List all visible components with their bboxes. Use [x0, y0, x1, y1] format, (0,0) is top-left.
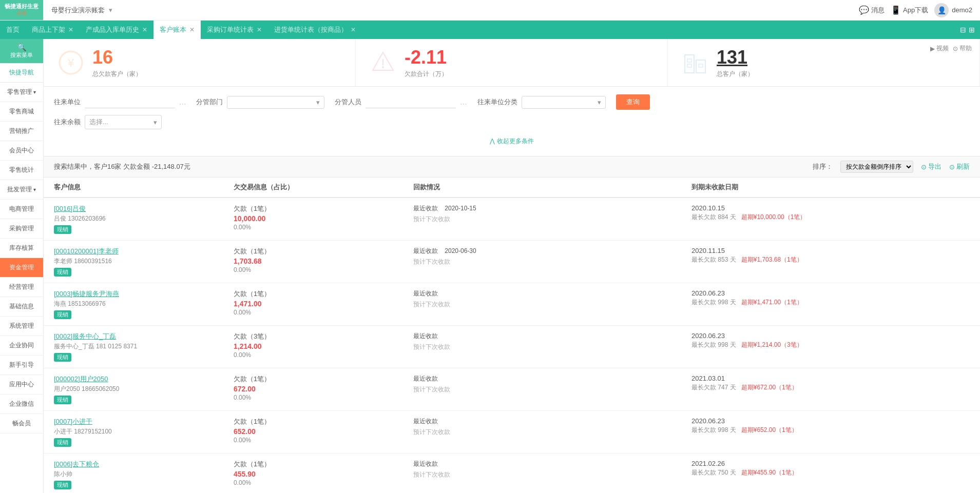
tab-customer-account[interactable]: 客户账本 ✕ — [153, 21, 201, 39]
customer-name[interactable]: [0003]畅捷服务尹海燕 — [54, 289, 234, 299]
sidebar-item-ecommerce[interactable]: 电商管理 — [0, 200, 43, 219]
overdue-amount[interactable]: 超期¥10,000.00（1笔） — [741, 213, 806, 221]
tab-purchase-order[interactable]: 采购订单统计表 ✕ — [201, 21, 268, 39]
person-dots[interactable]: ... — [460, 97, 467, 107]
video-link[interactable]: ▶ 视频 — [930, 44, 949, 53]
message-icon[interactable]: 💬 消息 — [859, 5, 885, 15]
overdue-amount[interactable]: 超期¥1,214.00（3笔） — [741, 341, 803, 348]
sidebar-item-retail-stats[interactable]: 零售统计 — [0, 161, 43, 180]
results-summary: 搜索结果中，客户16家 欠款金额 -21,148.07元 — [54, 162, 190, 171]
search-button[interactable]: 查询 — [616, 94, 650, 110]
customer-name[interactable]: [0006]去下粮仓 — [54, 460, 234, 469]
filter-balance: 往来余额 选择... ▾ — [54, 115, 162, 129]
debt-count: 欠款（1笔） — [234, 417, 413, 426]
customer-contact: 李老师 18600391516 — [54, 257, 234, 266]
col-header-overdue: 到期未收款日期 — [691, 183, 970, 192]
sidebar-item-newbie[interactable]: 新手引导 — [0, 356, 43, 375]
sidebar-item-batch-manage[interactable]: 批发管理 ▾ — [0, 180, 43, 200]
top-right-actions: 💬 消息 📱 App下载 👤 demo2 — [859, 3, 980, 17]
debt-count: 欠款（3笔） — [234, 332, 413, 341]
tab-home[interactable]: 首页 — [0, 21, 26, 39]
customer-name[interactable]: [0016]吕俊 — [54, 204, 234, 213]
tab-close-icon[interactable]: ✕ — [189, 26, 195, 33]
overdue-days: 最长欠款 884 天 超期¥10,000.00（1笔） — [691, 213, 970, 222]
overdue-amount[interactable]: 超期¥455.90（1笔） — [741, 469, 798, 476]
person-input[interactable] — [366, 96, 456, 108]
customer-info-cell: [0007]小进干 小进干 18279152100 现销 — [54, 417, 234, 447]
overdue-cell: 2020.10.15 最长欠款 884 天 超期¥10,000.00（1笔） — [691, 204, 970, 222]
tab-close-icon[interactable]: ✕ — [68, 26, 73, 33]
customer-name[interactable]: [0002]服务中心_丁磊 — [54, 332, 234, 341]
customer-info-cell: [000002]用户2050 用户2050 18665062050 现销 — [54, 374, 234, 404]
tab-product-list[interactable]: 商品上下架 ✕ — [26, 21, 80, 39]
sidebar-item-purchase[interactable]: 采购管理 — [0, 219, 43, 239]
sidebar-item-capital[interactable]: 资金管理 — [0, 258, 43, 278]
overdue-cell: 2020.11.15 最长欠款 853 天 超期¥1,703.68（1笔） — [691, 247, 970, 264]
customer-tag: 现销 — [54, 481, 71, 489]
dropdown-arrow-icon[interactable]: ▾ — [109, 6, 112, 14]
customer-name[interactable]: [0007]小进干 — [54, 417, 234, 426]
brand-sub: 示范 — [16, 10, 27, 17]
debt-percent: 0.00% — [234, 437, 413, 444]
sidebar-item-system[interactable]: 系统管理 — [0, 317, 43, 336]
question-icon: ⊙ — [953, 45, 958, 52]
unit-category-select[interactable]: ▾ — [522, 96, 606, 109]
sidebar-item-app-center[interactable]: 应用中心 — [0, 375, 43, 395]
overdue-amount[interactable]: 超期¥672.00（1笔） — [741, 384, 798, 391]
data-table: 客户信息 欠交易信息（占比） 回款情况 到期未收款日期 [0016]吕俊 吕俊 … — [44, 178, 980, 493]
sidebar-search[interactable]: 🔍 搜索菜单 — [0, 39, 43, 63]
sidebar-item-enterprise-collab[interactable]: 企业协同 — [0, 336, 43, 356]
sort-select[interactable]: 按欠款金额倒序排序 — [840, 161, 913, 173]
debt-count: 欠款（1笔） — [234, 460, 413, 469]
recovery-label: 最近收款 — [413, 332, 691, 341]
customer-info-cell: [0006]去下粮仓 陈小帅 现销 — [54, 460, 234, 489]
debt-amount: 1,703.68 — [234, 257, 413, 265]
next-collection: 预计下次收款 — [413, 385, 691, 394]
minimize-icon[interactable]: ⊟ — [960, 26, 966, 34]
customer-name[interactable]: [00010200001]李老师 — [54, 247, 234, 256]
sidebar-item-retail-manage[interactable]: 零售管理 ▾ — [0, 83, 43, 102]
tab-close-icon[interactable]: ✕ — [351, 26, 356, 33]
sidebar-item-retail-mall[interactable]: 零售商城 — [0, 102, 43, 122]
sidebar-item-member[interactable]: 会员中心 — [0, 141, 43, 161]
dept-select[interactable]: ▾ — [227, 96, 324, 109]
from-unit-input[interactable] — [85, 96, 175, 108]
next-collection: 预计下次收款 — [413, 470, 691, 479]
customer-tag: 现销 — [54, 396, 71, 404]
sidebar-item-basic-info[interactable]: 基础信息 — [0, 297, 43, 317]
refresh-button[interactable]: ⊙ 刷新 — [949, 162, 970, 171]
from-unit-dots[interactable]: ... — [179, 97, 186, 107]
sidebar-item-operations[interactable]: 经营管理 — [0, 278, 43, 297]
sidebar-item-marketing[interactable]: 营销推广 — [0, 122, 43, 141]
sidebar-item-quick-nav: 快捷导航 — [0, 63, 43, 83]
export-button[interactable]: ⊙ 导出 — [921, 162, 941, 171]
help-link[interactable]: ⊙ 帮助 — [953, 44, 972, 53]
customer-name[interactable]: [000002]用户2050 — [54, 374, 234, 384]
overdue-amount[interactable]: 超期¥1,471.00（1笔） — [741, 299, 803, 306]
sidebar: 🔍 搜索菜单 快捷导航 零售管理 ▾ 零售商城 营销推广 会员中心 — [0, 39, 44, 493]
maximize-icon[interactable]: ⊞ — [969, 26, 975, 34]
sidebar-item-warehouse[interactable]: 库存核算 — [0, 239, 43, 258]
tab-product-history[interactable]: 产成品入库单历史 ✕ — [80, 21, 153, 39]
debt-customers-icon: ¥ — [56, 49, 85, 77]
balance-select[interactable]: 选择... ▾ — [85, 115, 162, 129]
filter-person: 分管人员 ... — [335, 96, 467, 108]
overdue-amount[interactable]: 超期¥652.00（1笔） — [741, 426, 798, 433]
tab-close-icon[interactable]: ✕ — [257, 26, 262, 33]
tab-close-icon[interactable]: ✕ — [142, 26, 147, 33]
sidebar-item-enterprise-wechat[interactable]: 企业微信 — [0, 395, 43, 414]
next-collection: 预计下次收款 — [413, 428, 691, 437]
export-icon: ⊙ — [921, 163, 927, 171]
debt-info-cell: 欠款（3笔） 1,214.00 0.00% — [234, 332, 413, 359]
app-download-icon[interactable]: 📱 App下载 — [891, 5, 928, 15]
overdue-days: 最长欠款 747 天 超期¥672.00（1笔） — [691, 383, 970, 392]
total-customers-icon — [681, 49, 709, 77]
unit-category-label: 往来单位分类 — [477, 97, 517, 107]
sidebar-item-member-vip[interactable]: 畅会员 — [0, 414, 43, 433]
tab-purchase-stats[interactable]: 进货单统计表（按商品） ✕ — [268, 21, 362, 39]
overdue-amount[interactable]: 超期¥1,703.68（1笔） — [741, 256, 803, 263]
recovery-cell: 最近收款 预计下次收款 — [413, 460, 691, 479]
collapse-button[interactable]: ⋀ 收起更多条件 — [54, 134, 970, 148]
filter-bar: 往来单位 ... 分管部门 ▾ 分管人员 ... — [44, 87, 980, 156]
avatar[interactable]: 👤 demo2 — [934, 3, 972, 17]
